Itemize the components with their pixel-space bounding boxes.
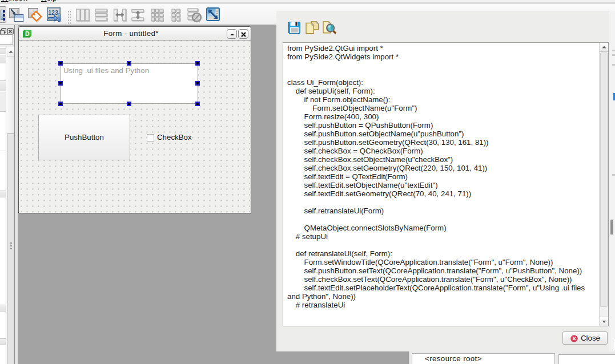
svg-text:D: D <box>25 30 30 37</box>
svg-text:123: 123 <box>48 9 58 16</box>
